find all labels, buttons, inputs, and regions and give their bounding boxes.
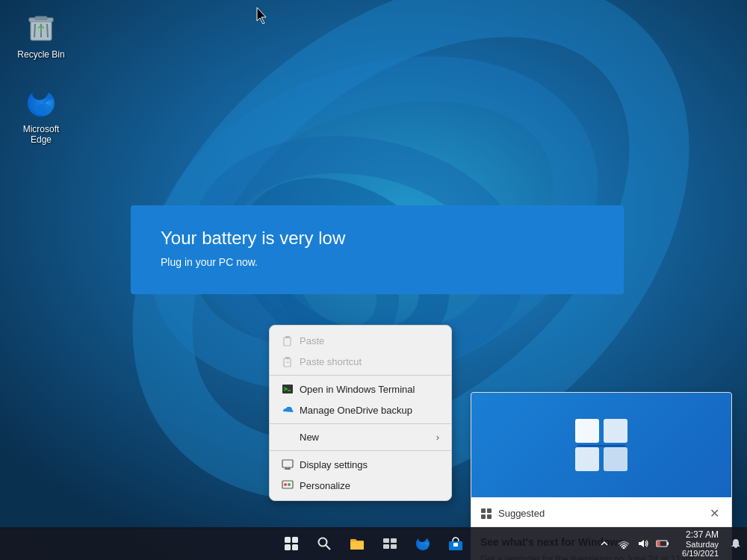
clock-time: 2:37 AM [686,529,719,540]
svg-rect-45 [657,541,660,546]
context-menu-paste-shortcut[interactable]: Paste shortcut [270,351,451,372]
taskbar-edge-button[interactable] [408,529,438,559]
new-arrow: › [436,432,439,443]
svg-rect-37 [391,538,397,543]
battery-notification-title: Your battery is very low [161,228,594,249]
suggested-notification-image [471,393,731,497]
context-menu-separator-1 [270,375,451,376]
svg-rect-26 [481,508,486,513]
display-icon [282,458,294,470]
svg-rect-21 [575,419,599,443]
svg-rect-22 [604,419,627,443]
notification-icon [731,538,741,549]
store-icon [447,535,464,552]
svg-line-35 [326,545,330,550]
volume-button[interactable] [636,536,651,551]
taskbar: 2:37 AM Saturday 6/19/2021 [0,527,747,560]
context-menu-open-terminal[interactable]: Open in Windows Terminal [270,379,451,399]
svg-point-20 [288,483,291,486]
edge-icon [23,85,59,121]
context-menu-personalize[interactable]: Personalize [270,475,451,496]
svg-rect-8 [35,16,47,19]
paste-shortcut-icon [282,355,294,367]
svg-rect-31 [292,537,298,543]
suggested-icon [480,508,492,520]
taskbar-center [276,529,471,559]
svg-rect-23 [575,447,599,471]
system-tray [591,536,676,551]
svg-point-34 [319,538,327,547]
desktop-icon-edge[interactable]: Microsoft Edge [11,82,71,148]
svg-rect-32 [285,544,291,550]
edge-label: Microsoft Edge [14,124,68,145]
svg-rect-33 [292,544,298,550]
paste-icon [282,335,294,346]
start-icon [284,536,299,551]
taskbar-right: 2:37 AM Saturday 6/19/2021 [591,527,747,560]
taskbar-store-button[interactable] [441,529,471,559]
svg-rect-36 [383,538,389,543]
svg-rect-30 [285,537,291,543]
clock-date-line1: Saturday [686,540,719,549]
taskbar-edge-icon [415,535,431,552]
battery-button[interactable] [655,536,670,551]
context-menu-display-settings[interactable]: Display settings [270,454,451,475]
task-view-icon [382,536,398,551]
battery-notification-subtitle: Plug in your PC now. [161,256,594,268]
svg-rect-28 [481,514,486,519]
desktop-icon-recycle-bin[interactable]: Recycle Bin [11,7,71,63]
onedrive-icon [282,404,294,416]
desktop: Recycle Bin Microsoft Edge Your battery … [0,0,747,560]
network-button[interactable] [616,536,631,551]
volume-icon [637,538,649,549]
context-menu-onedrive[interactable]: Manage OneDrive backup [270,399,451,420]
file-explorer-icon [349,536,365,551]
context-menu: Paste Paste shortcut Open in Windows Ter… [269,325,452,501]
svg-rect-29 [487,514,492,519]
svg-rect-44 [667,542,669,545]
context-menu-new[interactable]: New › [270,427,451,447]
clock-date-line2: 6/19/2021 [682,549,719,558]
search-icon [317,536,332,551]
recycle-bin-label: Recycle Bin [17,49,64,60]
context-menu-paste[interactable]: Paste [270,330,451,351]
search-button[interactable] [309,529,339,559]
svg-line-9 [34,24,35,37]
svg-point-19 [284,483,287,486]
suggested-label: Suggested [498,508,701,519]
svg-rect-25 [577,445,625,447]
svg-line-11 [47,24,48,37]
task-view-button[interactable] [375,529,405,559]
svg-rect-41 [453,543,458,547]
file-explorer-button[interactable] [342,529,372,559]
svg-rect-13 [285,336,290,338]
start-button[interactable] [276,529,306,559]
personalize-icon [282,479,294,491]
windows-logo-svg [564,408,639,482]
svg-rect-24 [604,447,627,471]
clock-area[interactable]: 2:37 AM Saturday 6/19/2021 [676,529,725,558]
tray-show-hidden-button[interactable] [597,536,612,551]
close-notification-button[interactable]: ✕ [707,505,722,522]
windows-logo-container [564,408,639,482]
network-icon [618,538,630,549]
svg-rect-17 [282,460,293,467]
terminal-icon [282,383,294,395]
svg-point-42 [623,547,625,550]
battery-icon [656,539,669,548]
svg-rect-15 [285,357,290,359]
svg-rect-27 [487,508,492,513]
context-menu-separator-3 [270,450,451,451]
suggested-notification-header: Suggested ✕ [471,497,731,527]
notification-button[interactable] [725,527,747,560]
chevron-up-icon [600,539,609,548]
svg-rect-39 [391,544,397,549]
context-menu-separator-2 [270,423,451,424]
svg-rect-38 [383,544,389,549]
svg-rect-12 [284,337,291,346]
battery-notification: Your battery is very low Plug in your PC… [131,205,624,294]
recycle-bin-icon [23,10,59,46]
